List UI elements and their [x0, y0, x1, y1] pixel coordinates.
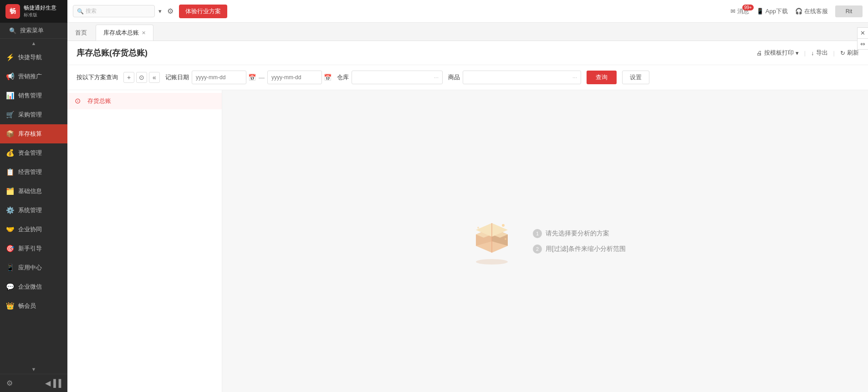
export-button[interactable]: ↓ 导出 [811, 49, 828, 57]
svg-point-9 [477, 227, 479, 229]
svg-point-8 [502, 224, 505, 227]
export-icon: ↓ [811, 50, 814, 56]
filter-edit-button[interactable]: ⊙ [136, 72, 147, 83]
sidebar-item-vip[interactable]: 👑 畅会员 [0, 296, 67, 316]
empty-hint-2: 2 用[过滤]条件来缩小分析范围 [533, 244, 626, 254]
app-download-button[interactable]: 📱 App下载 [756, 7, 788, 15]
sidebar-item-inventory[interactable]: 📦 库存核算 [0, 124, 67, 143]
sidebar-item-funds[interactable]: 💰 资金管理 [0, 143, 67, 163]
sidebar-item-label: 新手引导 [18, 244, 42, 253]
tab-inventory-cost[interactable]: 库存成本总账 ✕ [96, 25, 153, 41]
product-filter-group: 商品 ··· [448, 71, 581, 84]
sidebar-item-sales[interactable]: 📊 销售管理 [0, 86, 67, 105]
warehouse-select[interactable]: ··· [352, 71, 443, 84]
expand-panel-button[interactable]: ⇔ [857, 39, 868, 50]
online-service-button[interactable]: 🎧 在线客服 [795, 7, 828, 15]
sidebar-nav: ⚡ 快捷导航 📢 营销推广 📊 销售管理 🛒 采购管理 📦 库存核算 💰 资金管… [0, 48, 67, 365]
warehouse-more-icon: ··· [434, 74, 439, 81]
app-edition: 标准版 [24, 12, 56, 18]
sidebar-item-label: 企业协同 [18, 225, 42, 234]
empty-state: 1 请先选择要分析的方案 2 用[过滤]条件来缩小分析范围 [222, 90, 868, 392]
date-start-input[interactable] [192, 71, 246, 84]
topbar-search[interactable]: 🔍 搜索 [73, 5, 155, 17]
topbar-gear-icon[interactable]: ⚙ [167, 7, 174, 15]
hint-2-text: 用[过滤]条件来缩小分析范围 [546, 245, 626, 253]
sidebar-item-label: 经营管理 [18, 168, 42, 176]
empty-illustration [465, 214, 519, 269]
sidebar-item-label: 库存核算 [18, 130, 42, 138]
sales-icon: 📊 [5, 91, 15, 100]
search-icon: 🔍 [9, 27, 16, 34]
search-menu-item[interactable]: 🔍 搜索菜单 [0, 23, 67, 39]
print-dropdown-icon: ▾ [796, 50, 799, 56]
date-filter-group: 记账日期 📅 — 📅 [165, 71, 332, 84]
message-button[interactable]: ✉ 消息 99+ [730, 7, 749, 15]
filter-collapse-button[interactable]: « [149, 72, 160, 83]
date-end-input[interactable] [267, 71, 322, 84]
sidebar: 畅 畅捷通好生意 标准版 🔍 搜索菜单 ▲ ⚡ 快捷导航 📢 营销推广 📊 销售… [0, 0, 67, 392]
system-icon: ⚙️ [5, 206, 15, 215]
step-num-1: 1 [533, 229, 542, 238]
enterprise-icon: 🤝 [5, 225, 15, 234]
sidebar-item-marketing[interactable]: 📢 营销推广 [0, 67, 67, 86]
sidebar-item-label: 应用中心 [18, 264, 42, 272]
print-template-button[interactable]: 🖨 按模板打印 ▾ [756, 49, 799, 57]
settings-icon[interactable]: ⚙ [6, 379, 13, 387]
calendar-start-icon[interactable]: 📅 [248, 74, 256, 81]
sidebar-item-label: 快捷导航 [18, 53, 42, 61]
sidebar-item-guide[interactable]: 🎯 新手引导 [0, 239, 67, 258]
date-end-wrap: 📅 [267, 71, 332, 84]
user-avatar-area[interactable]: Rit [835, 5, 863, 17]
trial-button[interactable]: 体验行业方案 [179, 5, 227, 18]
sidebar-item-shortcuts[interactable]: ⚡ 快捷导航 [0, 48, 67, 67]
sidebar-item-wechat[interactable]: 💬 企业微信 [0, 277, 67, 296]
tab-close-icon[interactable]: ✕ [142, 30, 146, 36]
close-panel-button[interactable]: ✕ [857, 27, 868, 39]
filter-add-button[interactable]: + [123, 72, 134, 83]
user-name: Rit [846, 8, 853, 15]
message-icon: ✉ [730, 8, 735, 15]
sidebar-item-purchase[interactable]: 🛒 采购管理 [0, 105, 67, 124]
sidebar-scroll-up[interactable]: ▲ [0, 39, 67, 48]
calendar-end-icon[interactable]: 📅 [324, 74, 332, 81]
query-button[interactable]: 查询 [587, 71, 617, 84]
topbar-right: ✉ 消息 99+ 📱 App下载 🎧 在线客服 Rit [730, 5, 863, 17]
tabbar: 首页 库存成本总账 ✕ [67, 23, 868, 41]
filter-label: 按以下方案查询 [77, 73, 118, 81]
warehouse-label: 仓库 [337, 73, 349, 81]
empty-hints: 1 请先选择要分析的方案 2 用[过滤]条件来缩小分析范围 [533, 229, 626, 254]
appstore-icon: 📱 [5, 263, 15, 272]
sidebar-scroll-down[interactable]: ▼ [0, 365, 67, 374]
filter-bar: 按以下方案查询 + ⊙ « 记账日期 📅 — 📅 仓库 [67, 65, 868, 90]
scheme-item-inventory[interactable]: ⊙ 存货总账 [67, 93, 222, 109]
svg-point-0 [476, 259, 508, 265]
topbar-search-text: 搜索 [86, 7, 97, 15]
audio-icon[interactable]: ◀▐▐ [45, 379, 61, 387]
phone-icon: 📱 [756, 8, 764, 15]
printer-icon: 🖨 [756, 50, 762, 56]
app-download-label: App下载 [766, 7, 788, 15]
tab-inventory-cost-label: 库存成本总账 [103, 29, 139, 37]
refresh-icon: ↻ [840, 50, 845, 56]
sidebar-item-label: 基础信息 [18, 187, 42, 195]
sidebar-item-system[interactable]: ⚙️ 系统管理 [0, 201, 67, 220]
refresh-button[interactable]: ↻ 刷新 [840, 49, 859, 57]
settings-button[interactable]: 设置 [622, 71, 649, 84]
sidebar-item-label: 营销推广 [18, 72, 42, 81]
product-label: 商品 [448, 73, 460, 81]
sidebar-item-operations[interactable]: 📋 经营管理 [0, 163, 67, 182]
sidebar-item-appstore[interactable]: 📱 应用中心 [0, 258, 67, 277]
sidebar-item-basic[interactable]: 🗂️ 基础信息 [0, 182, 67, 201]
tab-home-label: 首页 [75, 29, 87, 37]
sidebar-item-enterprise[interactable]: 🤝 企业协同 [0, 220, 67, 239]
topbar-dropdown[interactable]: ▾ [158, 8, 162, 15]
marketing-icon: 📢 [5, 72, 15, 81]
content-area: 库存总账(存货总账) 🖨 按模板打印 ▾ | ↓ 导出 | ↻ 刷新 [67, 41, 868, 392]
product-select[interactable]: ··· [463, 71, 581, 84]
topbar-left: 🔍 搜索 ▾ ⚙ 体验行业方案 [73, 5, 730, 18]
vip-icon: 👑 [5, 301, 15, 311]
scheme-list: ⊙ 存货总账 [67, 90, 222, 392]
tab-home[interactable]: 首页 [67, 25, 95, 41]
scheme-item-icon: ⊙ [75, 97, 84, 106]
search-menu-label: 搜索菜单 [20, 26, 44, 35]
